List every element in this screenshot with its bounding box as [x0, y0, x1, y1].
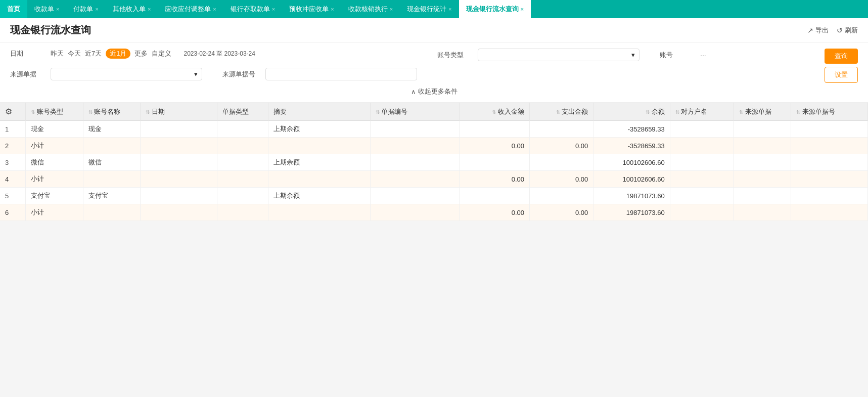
cell-expense: 0.00	[530, 171, 593, 188]
refresh-button[interactable]: ↺ 刷新	[837, 26, 858, 35]
cell-account_type: 小计	[25, 204, 83, 221]
export-button[interactable]: ↗ 导出	[807, 26, 829, 35]
cell-voucher_type	[217, 188, 268, 204]
th-counterparty[interactable]: ⇅ 对方户名	[670, 103, 734, 121]
account-no-dots[interactable]: ···	[700, 51, 706, 59]
close-icon-4[interactable]: ×	[272, 0, 275, 18]
th-balance[interactable]: ⇅ 余额	[593, 103, 670, 121]
cell-summary	[268, 138, 370, 154]
table-row[interactable]: 4小计0.000.00100102606.60	[0, 171, 868, 188]
cell-source_doc	[734, 154, 791, 171]
nav-tab-4[interactable]: 银行存取款单 ×	[223, 0, 282, 18]
close-icon-5[interactable]: ×	[331, 0, 334, 18]
source-doc-no-input[interactable]	[265, 68, 417, 80]
nav-home[interactable]: 首页	[0, 0, 27, 18]
th-source-no[interactable]: ⇅ 来源单据号	[791, 103, 868, 121]
cell-summary: 上期余额	[268, 154, 370, 171]
sort-icon-voucher-no: ⇅	[376, 109, 380, 115]
chevron-down-icon: ▾	[194, 70, 198, 78]
cell-balance: 100102606.60	[593, 171, 670, 188]
close-icon-6[interactable]: ×	[390, 0, 393, 18]
th-summary-label: 摘要	[273, 108, 287, 115]
sort-icon-counterparty: ⇅	[675, 109, 679, 115]
close-icon-3[interactable]: ×	[213, 0, 216, 18]
cell-num: 6	[0, 204, 25, 221]
nav-home-label: 首页	[7, 0, 20, 18]
cell-date	[141, 154, 217, 171]
cell-account_name	[83, 171, 141, 188]
gear-icon[interactable]: ⚙	[5, 107, 12, 116]
cell-account_name: 微信	[83, 154, 141, 171]
th-settings[interactable]: ⚙	[0, 103, 25, 121]
table-row[interactable]: 6小计0.000.0019871073.60	[0, 204, 868, 221]
cell-expense	[530, 154, 593, 171]
date-shortcuts: 昨天 今天 近7天 近1月 更多 自定义	[51, 49, 171, 59]
cell-expense: 0.00	[530, 204, 593, 221]
nav-tab-8[interactable]: 现金银行流水查询 ×	[459, 0, 531, 18]
th-voucher-no[interactable]: ⇅ 单据编号	[370, 103, 460, 121]
top-nav: 首页 收款单 × 付款单 × 其他收入单 × 应收应付调整单 × 银行存取款单 …	[0, 0, 868, 18]
cell-source_no	[791, 171, 868, 188]
cell-income	[460, 188, 530, 204]
cell-num: 1	[0, 121, 25, 138]
cell-date	[141, 171, 217, 188]
shortcut-more[interactable]: 更多	[134, 49, 148, 58]
cell-balance: -3528659.33	[593, 138, 670, 154]
th-date-label: 日期	[152, 108, 165, 115]
cell-income	[460, 154, 530, 171]
nav-tab-3[interactable]: 应收应付调整单 ×	[158, 0, 223, 18]
table-row[interactable]: 1现金现金上期余额-3528659.33	[0, 121, 868, 138]
close-icon-8[interactable]: ×	[521, 0, 524, 18]
th-date[interactable]: ⇅ 日期	[141, 103, 217, 121]
th-source-no-label: 来源单据号	[802, 108, 835, 115]
cell-account_type: 小计	[25, 171, 83, 188]
nav-tab-0[interactable]: 收款单 ×	[27, 0, 66, 18]
nav-tab-1[interactable]: 付款单 ×	[66, 0, 105, 18]
nav-tab-6[interactable]: 收款核销执行 ×	[341, 0, 400, 18]
cell-voucher_no	[370, 121, 460, 138]
th-account-name[interactable]: ⇅ 账号名称	[83, 103, 141, 121]
table-row[interactable]: 5支付宝支付宝上期余额19871073.60	[0, 188, 868, 204]
account-type-select[interactable]: ▾	[478, 49, 639, 61]
shortcut-custom[interactable]: 自定义	[152, 49, 171, 58]
cell-voucher_type	[217, 154, 268, 171]
th-voucher-type[interactable]: 单据类型	[217, 103, 268, 121]
query-button[interactable]: 查询	[825, 49, 858, 64]
collapse-button[interactable]: ∧ 收起更多条件	[411, 87, 458, 96]
filter-middle-col: 账号类型 ▾ 账号 ···	[437, 49, 804, 61]
close-icon-7[interactable]: ×	[448, 0, 451, 18]
close-icon-1[interactable]: ×	[95, 0, 98, 18]
table-row[interactable]: 2小计0.000.00-3528659.33	[0, 138, 868, 154]
cell-voucher_type	[217, 171, 268, 188]
th-summary[interactable]: 摘要	[268, 103, 370, 121]
table-row[interactable]: 3微信微信上期余额100102606.60	[0, 154, 868, 171]
date-label: 日期	[10, 49, 40, 58]
sort-icon-expense: ⇅	[556, 109, 560, 115]
source-doc-select[interactable]: ▾	[51, 68, 202, 80]
th-source-doc-label: 来源单据	[745, 108, 771, 115]
th-account-type[interactable]: ⇅ 账号类型	[25, 103, 83, 121]
shortcut-today[interactable]: 今天	[68, 49, 81, 58]
cell-balance: -3528659.33	[593, 121, 670, 138]
th-source-doc[interactable]: ⇅ 来源单据	[734, 103, 791, 121]
th-income-label: 收入金额	[498, 108, 524, 115]
nav-tab-2[interactable]: 其他收入单 ×	[106, 0, 158, 18]
collapse-row: ∧ 收起更多条件	[10, 87, 858, 96]
nav-tab-5[interactable]: 预收冲应收单 ×	[282, 0, 341, 18]
shortcut-1month[interactable]: 近1月	[106, 49, 130, 59]
sort-icon-balance: ⇅	[646, 109, 650, 115]
th-income[interactable]: ⇅ 收入金额	[460, 103, 530, 121]
cell-source_doc	[734, 171, 791, 188]
cell-voucher_no	[370, 138, 460, 154]
cell-income: 0.00	[460, 171, 530, 188]
shortcut-7days[interactable]: 近7天	[85, 49, 102, 58]
cell-voucher_no	[370, 188, 460, 204]
cell-source_doc	[734, 121, 791, 138]
shortcut-yesterday[interactable]: 昨天	[51, 49, 64, 58]
th-expense[interactable]: ⇅ 支出金额	[530, 103, 593, 121]
settings-button[interactable]: 设置	[825, 67, 858, 83]
nav-tab-7[interactable]: 现金银行统计 ×	[400, 0, 459, 18]
close-icon-2[interactable]: ×	[148, 0, 151, 18]
close-icon-0[interactable]: ×	[56, 0, 59, 18]
cell-num: 5	[0, 188, 25, 204]
